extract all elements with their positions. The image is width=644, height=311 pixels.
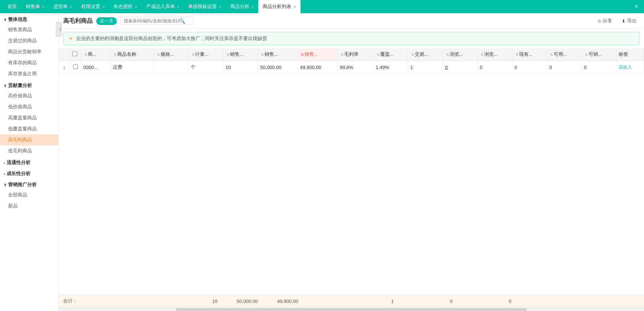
cell-tx-count: 1 bbox=[408, 61, 443, 74]
col-header-browse2[interactable]: ⇅ 浏览... bbox=[478, 48, 512, 61]
export-icon: ⬇ bbox=[622, 18, 626, 24]
col-header-check[interactable] bbox=[70, 48, 81, 61]
col-header-available[interactable]: ⇅ 可用... bbox=[547, 48, 582, 61]
col-header-name[interactable]: ⇅ 商品名称 bbox=[111, 48, 154, 61]
cell-available: 0 bbox=[547, 61, 582, 74]
data-table: ⇅ 商... ⇅ 商品名称 ⇅ bbox=[59, 48, 644, 74]
sidebar-item-low-value[interactable]: 低价值商品 bbox=[0, 101, 58, 112]
nav-purchase[interactable]: 进货单 × bbox=[49, 0, 76, 13]
col-header-num bbox=[59, 48, 70, 61]
cell-browse1[interactable]: 0 bbox=[443, 61, 478, 74]
search-input[interactable] bbox=[124, 18, 179, 23]
close-window-button[interactable]: × bbox=[632, 3, 641, 10]
col-header-tx-count[interactable]: ⇅ 交易... bbox=[408, 48, 443, 61]
sidebar-section-overall[interactable]: ∨ 整体信息 bbox=[0, 13, 58, 24]
sidebar-item-stock-capital[interactable]: 库存资金占用 bbox=[0, 68, 58, 79]
export-button[interactable]: ⬇ 导出 bbox=[619, 16, 640, 26]
sidebar-item-low-coverage[interactable]: 低覆盖量商品 bbox=[0, 123, 58, 134]
chevron-right-icon: › bbox=[4, 160, 5, 165]
sidebar-item-new-goods[interactable]: 新品 bbox=[0, 200, 58, 211]
cell-browse2: 0 bbox=[478, 61, 512, 74]
scrollbar-thumb[interactable] bbox=[176, 308, 527, 311]
page-title: 高毛利商品 bbox=[63, 17, 93, 25]
nav-permissions[interactable]: 权限设置 × bbox=[77, 0, 109, 13]
col-header-sales-amt[interactable]: ⇅ 销售... bbox=[258, 48, 298, 61]
cell-saleable: 0 bbox=[582, 61, 616, 74]
table-row: 1 0000... 运费 个 10 50,000.00 49,900.00 99… bbox=[59, 61, 644, 74]
nav-product-analysis-list[interactable]: 商品分析列表 × bbox=[258, 0, 300, 13]
close-icon[interactable]: × bbox=[177, 4, 179, 9]
sidebar-item-high-value[interactable]: 高价值商品 bbox=[0, 90, 58, 101]
tag-badge: 高收入 bbox=[619, 65, 632, 70]
cell-gross-rate: 99.8% bbox=[337, 61, 373, 74]
close-icon[interactable]: × bbox=[294, 4, 296, 9]
horizontal-scrollbar[interactable] bbox=[59, 307, 644, 311]
cell-sales-amt: 50,000.00 bbox=[258, 61, 298, 74]
close-icon[interactable]: × bbox=[252, 4, 254, 9]
close-icon[interactable]: × bbox=[70, 4, 72, 9]
sum-sales-amt: 50,000.00 bbox=[225, 299, 258, 304]
cell-code: 0000... bbox=[81, 61, 111, 74]
nav-home[interactable]: 首页 bbox=[3, 0, 21, 13]
content-area: 高毛利商品 近一月 🔍 ⎋ 分享 ⬇ 导出 ✦ 企业的主要的利润都是这部分商品创… bbox=[59, 13, 644, 311]
sum-browse2: 0 bbox=[482, 299, 511, 304]
cell-coverage: 1.49% bbox=[373, 61, 408, 74]
sidebar-section-liquidity[interactable]: › 流通性分析 bbox=[0, 156, 58, 167]
close-icon[interactable]: × bbox=[219, 4, 221, 9]
sum-browse1: 0 bbox=[423, 299, 453, 304]
sidebar-item-low-margin[interactable]: 低毛利商品 bbox=[0, 145, 58, 156]
sidebar-section-contribution[interactable]: ∨ 贡献量分析 bbox=[0, 79, 58, 90]
nav-roles[interactable]: 角色授权 × bbox=[109, 0, 141, 13]
chevron-right-icon: › bbox=[4, 171, 5, 176]
cell-unit: 个 bbox=[188, 61, 223, 74]
cell-check[interactable] bbox=[70, 61, 81, 74]
sum-label: 合计： bbox=[63, 298, 93, 304]
col-header-stock[interactable]: ⇅ 现有... bbox=[512, 48, 547, 61]
row-checkbox[interactable] bbox=[73, 64, 78, 69]
col-header-unit[interactable]: ⇅ 计量... bbox=[188, 48, 223, 61]
col-header-browse1[interactable]: ⇅ 浏览... bbox=[443, 48, 478, 61]
footer-summary: 合计： 10 50,000.00 49,900.00 1 0 0 bbox=[59, 294, 644, 307]
cell-name: 运费 bbox=[111, 61, 154, 74]
top-navigation: 首页 销售单 × 进货单 × 权限设置 × 角色授权 × 产成品入库单 × 单据… bbox=[0, 0, 644, 13]
select-all-checkbox[interactable] bbox=[72, 51, 77, 56]
info-text: 企业的主要的利润都是这部分商品创造的，可考虑加大推广，同时关注库存是不要出现缺货 bbox=[76, 35, 267, 42]
sidebar-item-contribution-rate[interactable]: 商品分贡献销率 bbox=[0, 46, 58, 57]
sum-values: 10 50,000.00 49,900.00 1 0 0 bbox=[93, 299, 640, 304]
close-icon[interactable]: × bbox=[102, 4, 105, 9]
cell-stock: 0 bbox=[512, 61, 547, 74]
info-icon: ✦ bbox=[69, 36, 73, 41]
chevron-down-icon: ∨ bbox=[4, 182, 7, 187]
search-box: 🔍 bbox=[120, 17, 194, 25]
sidebar-item-high-coverage[interactable]: 高覆盖量商品 bbox=[0, 112, 58, 123]
sidebar-section-marketing[interactable]: ∨ 营销推广分析 bbox=[0, 178, 58, 189]
sidebar-item-stocked-goods[interactable]: 有库存的商品 bbox=[0, 57, 58, 68]
nav-sales[interactable]: 销售单 × bbox=[21, 0, 49, 13]
cell-spec bbox=[154, 61, 188, 74]
cell-tag: 高收入 bbox=[616, 61, 644, 74]
cell-num: 1 bbox=[59, 61, 70, 74]
col-header-gross-rate[interactable]: ⇅ 毛利率 bbox=[337, 48, 373, 61]
nav-products-inbound[interactable]: 产成品入库单 × bbox=[142, 0, 184, 13]
col-header-sales-qty[interactable]: ⇅ 销售... bbox=[223, 48, 258, 61]
sidebar-section-growth[interactable]: › 成长性分析 bbox=[0, 167, 58, 178]
col-header-spec[interactable]: ⇅ 规格... bbox=[154, 48, 188, 61]
close-icon[interactable]: × bbox=[42, 4, 44, 9]
sidebar-collapse-button[interactable]: 《 bbox=[56, 22, 62, 37]
date-filter-button[interactable]: 近一月 bbox=[96, 17, 117, 25]
share-button[interactable]: ⎋ 分享 bbox=[595, 16, 615, 26]
table-container: ⇅ 商... ⇅ 商品名称 ⇅ bbox=[59, 48, 644, 294]
share-icon: ⎋ bbox=[598, 18, 601, 24]
close-icon[interactable]: × bbox=[135, 4, 137, 9]
col-header-code[interactable]: ⇅ 商... bbox=[81, 48, 111, 61]
sidebar-item-all-goods[interactable]: 全部商品 bbox=[0, 189, 58, 200]
sidebar-item-sales-goods[interactable]: 销售类商品 bbox=[0, 24, 58, 35]
nav-product-analysis[interactable]: 商品分析 × bbox=[226, 0, 258, 13]
col-header-coverage[interactable]: ⇅ 覆盖... bbox=[373, 48, 408, 61]
search-icon[interactable]: 🔍 bbox=[179, 18, 185, 24]
col-header-saleable[interactable]: ⇅ 可销... bbox=[582, 48, 616, 61]
sidebar-item-traded-goods[interactable]: 交易过的商品 bbox=[0, 35, 58, 46]
sidebar-item-high-margin[interactable]: 高毛利商品 bbox=[0, 134, 58, 145]
nav-template-settings[interactable]: 单据模板设置 × bbox=[184, 0, 226, 13]
col-header-sales-cost[interactable]: ⇅ 销售... bbox=[298, 48, 337, 61]
